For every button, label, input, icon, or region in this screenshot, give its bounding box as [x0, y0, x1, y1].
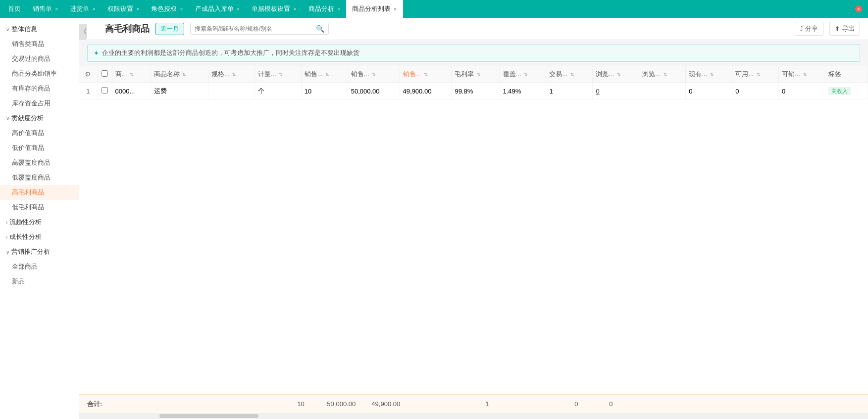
- horizontal-scrollbar[interactable]: [79, 413, 868, 419]
- table-container: ⚙ 商... ⇅ 商品名称 ⇅: [79, 66, 868, 394]
- row-spec: [208, 83, 255, 99]
- sort-icon-view1[interactable]: ⇅: [617, 72, 621, 77]
- sidebar-item-high-coverage[interactable]: 高覆盖度商品: [0, 155, 79, 170]
- sidebar-section-contribution[interactable]: ∨ 贡献度分析: [0, 111, 79, 126]
- sidebar-item-traded-goods[interactable]: 交易过的商品: [0, 51, 79, 66]
- sort-icon-sales-profit[interactable]: ⇅: [424, 72, 428, 77]
- sidebar-item-category-sales-rate[interactable]: 商品分类助销率: [0, 66, 79, 81]
- sort-icon-available-stock[interactable]: ⇅: [757, 72, 761, 77]
- th-sellable: 可销... ⇅: [779, 66, 825, 83]
- sidebar-section-marketing[interactable]: ∨ 营销推广分析: [0, 244, 79, 259]
- window-close-btn[interactable]: ×: [855, 5, 862, 12]
- close-role-auth[interactable]: ×: [180, 6, 183, 12]
- close-product-analysis-list[interactable]: ×: [394, 6, 397, 12]
- sidebar-item-new-goods[interactable]: 新品: [0, 274, 79, 289]
- sidebar-item-sales-goods[interactable]: 销售类商品: [0, 37, 79, 51]
- nav-role-auth[interactable]: 角色授权 ×: [145, 0, 189, 18]
- section-arrow-growth: ›: [6, 234, 7, 240]
- sidebar-item-low-coverage[interactable]: 低覆盖度商品: [0, 170, 79, 185]
- nav-home[interactable]: 首页: [2, 0, 27, 18]
- content-header: 高毛利商品 近一月 🔍 ⤴ 分享 ⬆ 导出: [79, 18, 868, 40]
- search-icon[interactable]: 🔍: [316, 25, 324, 33]
- sort-icon-sales-amount[interactable]: ⇅: [372, 72, 376, 77]
- sidebar-section-overall[interactable]: ∨ 整体信息: [0, 22, 79, 37]
- nav-bill-template[interactable]: 单据模板设置 ×: [246, 0, 302, 18]
- close-purchase-order[interactable]: ×: [92, 6, 95, 12]
- window-controls: ×: [855, 5, 866, 12]
- scrollbar-thumb[interactable]: [159, 414, 258, 418]
- sidebar-section-growth[interactable]: › 成长性分析: [0, 230, 79, 244]
- info-banner: ✦ 企业的主要的利润都是这部分商品创造的，可考虑加大推广，同时关注库存是不要出现…: [87, 44, 860, 62]
- footer-values: 10 50,000.00 49,900.00 1 0 0: [106, 400, 860, 408]
- nav-product-analysis[interactable]: 商品分析 ×: [303, 0, 346, 18]
- th-code: 商... ⇅: [112, 66, 151, 83]
- row-view1[interactable]: 0: [593, 83, 639, 99]
- select-all-checkbox[interactable]: [102, 70, 108, 77]
- info-icon: ✦: [94, 49, 99, 57]
- close-sales-order[interactable]: ×: [55, 6, 58, 12]
- export-btn[interactable]: ⬆ 导出: [829, 22, 860, 36]
- sort-icon-sales-count[interactable]: ⇅: [325, 72, 329, 77]
- th-sales-profit: 销售... ⇅: [400, 66, 452, 83]
- th-settings: ⚙: [79, 66, 97, 83]
- th-checkbox: [97, 66, 112, 83]
- filter-recent-month-btn[interactable]: 近一月: [155, 23, 184, 35]
- th-coverage: 覆盖... ⇅: [500, 66, 546, 83]
- sort-icon-coverage[interactable]: ⇅: [524, 72, 528, 77]
- sidebar-item-low-value[interactable]: 低价值商品: [0, 140, 79, 155]
- row-name: 运费: [151, 83, 208, 99]
- search-input[interactable]: [195, 25, 316, 32]
- th-tag: 标签: [825, 66, 868, 83]
- sort-icon-name[interactable]: ⇅: [182, 72, 186, 77]
- row-checkbox[interactable]: [102, 87, 108, 93]
- tag-label: 高收入: [828, 87, 851, 95]
- close-product-analysis[interactable]: ×: [337, 6, 340, 12]
- share-icon: ⤴: [800, 25, 803, 32]
- th-available-stock: 可用... ⇅: [732, 66, 779, 83]
- sidebar-item-stock-capital[interactable]: 库存资金占用: [0, 96, 79, 111]
- footer-sales-count: 10: [297, 400, 327, 408]
- row-tag: 高收入: [825, 83, 868, 99]
- row-gross-margin: 99.8%: [452, 83, 500, 99]
- settings-icon[interactable]: ⚙: [85, 70, 91, 78]
- sort-icon-code[interactable]: ⇅: [130, 72, 134, 77]
- close-permission-settings[interactable]: ×: [136, 6, 139, 12]
- th-current-stock: 现有... ⇅: [686, 66, 732, 83]
- th-view2: 浏览... ⇅: [639, 66, 686, 83]
- sort-icon-current-stock[interactable]: ⇅: [710, 72, 714, 77]
- nav-finished-goods[interactable]: 产成品入库单 ×: [189, 0, 246, 18]
- section-arrow-contribution: ∨: [6, 116, 9, 121]
- th-sales-count: 销售... ⇅: [301, 66, 348, 83]
- close-finished-goods[interactable]: ×: [237, 6, 240, 12]
- sort-icon-gross-margin[interactable]: ⇅: [477, 72, 481, 77]
- footer-current-stock: 0: [574, 400, 609, 408]
- row-current-stock: 0: [686, 83, 732, 99]
- row-code: 0000...: [112, 83, 151, 99]
- nav-purchase-order[interactable]: 进货单 ×: [64, 0, 101, 18]
- sidebar-item-all-goods[interactable]: 全部商品: [0, 259, 79, 274]
- sidebar-item-high-value[interactable]: 高价值商品: [0, 126, 79, 140]
- sidebar-item-low-margin[interactable]: 低毛利商品: [0, 200, 79, 215]
- sort-icon-spec[interactable]: ⇅: [232, 72, 236, 77]
- main-layout: ∨ 整体信息 销售类商品 交易过的商品 商品分类助销率 有库存的商品 库存资金占…: [0, 18, 868, 419]
- row-sales-amount: 50,000.00: [348, 83, 400, 99]
- row-trade-count: 1: [546, 83, 593, 99]
- sidebar-section-trend[interactable]: › 流趋性分析: [0, 215, 79, 230]
- sort-icon-view2[interactable]: ⇅: [664, 72, 667, 77]
- sort-icon-trade-count[interactable]: ⇅: [570, 72, 574, 77]
- nav-sales-order[interactable]: 销售单 ×: [27, 0, 64, 18]
- row-sellable: 0: [779, 83, 825, 99]
- sort-icon-sellable[interactable]: ⇅: [803, 72, 807, 77]
- sidebar-item-high-margin[interactable]: 高毛利商品: [0, 185, 79, 200]
- nav-permission-settings[interactable]: 权限设置 ×: [102, 0, 145, 18]
- sidebar-item-in-stock-goods[interactable]: 有库存的商品: [0, 81, 79, 96]
- footer-label: 合计:: [87, 400, 102, 409]
- close-bill-template[interactable]: ×: [293, 6, 296, 12]
- share-btn[interactable]: ⤴ 分享: [795, 22, 823, 36]
- sort-icon-unit[interactable]: ⇅: [279, 72, 283, 77]
- nav-product-analysis-list[interactable]: 商品分析列表 ×: [346, 0, 403, 18]
- sidebar-toggle-btn[interactable]: 《: [79, 24, 87, 40]
- sidebar: ∨ 整体信息 销售类商品 交易过的商品 商品分类助销率 有库存的商品 库存资金占…: [0, 18, 79, 419]
- table-header-row: ⚙ 商... ⇅ 商品名称 ⇅: [79, 66, 868, 83]
- section-arrow-overall: ∨: [6, 27, 9, 32]
